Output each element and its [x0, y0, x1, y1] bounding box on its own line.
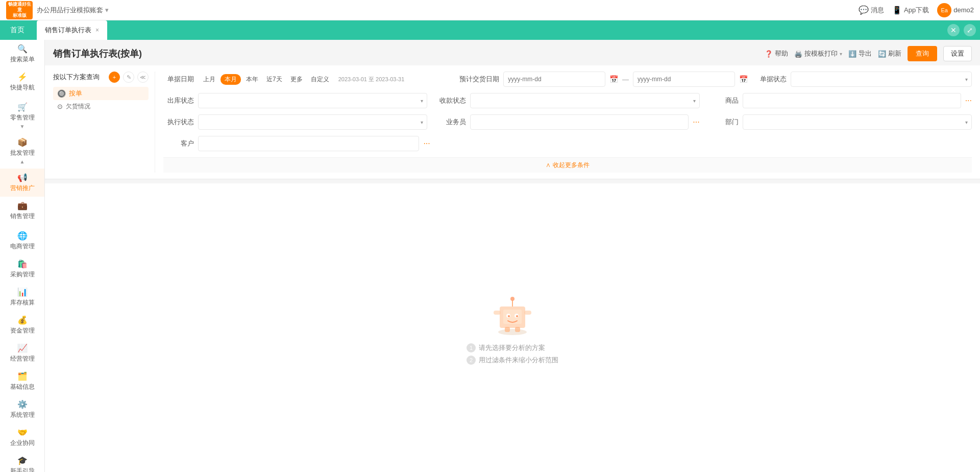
tab-close-icon[interactable]: ×: [95, 27, 99, 34]
add-plan-button[interactable]: +: [109, 72, 120, 83]
calendar-icon-1[interactable]: 📅: [609, 75, 618, 83]
date-tab-本年[interactable]: 本年: [243, 74, 261, 85]
message-icon: 💬: [859, 5, 869, 15]
svg-rect-12: [515, 327, 520, 332]
salesperson-input[interactable]: [470, 114, 689, 130]
quick-nav-icon: ⚡: [17, 72, 28, 82]
estimated-delivery-end[interactable]: [633, 72, 735, 87]
product-input[interactable]: [743, 93, 961, 108]
svg-rect-2: [503, 310, 522, 324]
inventory-icon: 📊: [17, 287, 28, 297]
filter-plan-sub-欠货[interactable]: ⊙ 欠货情况: [53, 100, 149, 113]
app-dropdown-icon[interactable]: ▾: [105, 6, 109, 14]
plan-icon: 🔘: [57, 89, 66, 98]
system-icon: ⚙️: [17, 399, 28, 409]
sidebar-item-base[interactable]: 🗂️ 基础信息: [0, 367, 44, 395]
date-separator: —: [622, 76, 629, 83]
payment-select-wrap: ▾: [470, 93, 699, 108]
collapse-text: 收起更多条件: [553, 161, 590, 169]
salesperson-more-icon[interactable]: ···: [693, 117, 699, 127]
date-tab-更多[interactable]: 更多: [287, 74, 306, 85]
filter-row-1: 单据日期 上月 本月 本年 近7天 更多 自定义 2023-03-01 至 20…: [163, 72, 972, 87]
sidebar-item-corp[interactable]: 🤝 企业协同: [0, 423, 44, 452]
purchase-icon: 🛍️: [17, 259, 28, 269]
date-tab-上月[interactable]: 上月: [200, 74, 218, 85]
svg-rect-10: [524, 311, 531, 315]
tab-home-label: 首页: [10, 26, 24, 35]
tab-sales-exec[interactable]: 销售订单执行表 ×: [37, 20, 107, 40]
collapse-sidebar-button[interactable]: ≪: [137, 72, 149, 83]
filter-sidebar-title: 按以下方案查询 + ✎ ≪: [53, 72, 149, 83]
sidebar-item-label: 营销推广: [10, 184, 35, 193]
product-more-icon[interactable]: ···: [965, 96, 972, 105]
add-plan-icon: +: [113, 74, 116, 80]
empty-tip-2: 2 用过滤条件来缩小分析范围: [467, 356, 558, 365]
filter-sidebar-title-text: 按以下方案查询: [53, 73, 100, 82]
retail-icon: 🛒: [17, 102, 28, 112]
tab-home[interactable]: 首页: [0, 20, 35, 40]
date-tab-本月[interactable]: 本月: [220, 74, 241, 85]
empty-illustration: [489, 291, 535, 337]
search-button[interactable]: 查询: [908, 46, 937, 61]
help-button[interactable]: ❓ 帮助: [765, 49, 788, 58]
date-tab-近7天[interactable]: 近7天: [263, 74, 285, 85]
dept-select-wrap: ▾: [743, 114, 972, 130]
sidebar-item-search[interactable]: 🔍 搜索菜单: [0, 40, 44, 68]
sidebar-item-operation[interactable]: 📈 经营管理: [0, 339, 44, 367]
plan-sub-icon: ⊙: [57, 103, 63, 110]
refresh-label: 刷新: [888, 49, 901, 58]
customer-input[interactable]: [198, 136, 419, 151]
status-select-wrap: ▾: [791, 72, 972, 87]
sidebar-item-sales[interactable]: 💼 销售管理: [0, 197, 44, 225]
sidebar-item-label: 采购管理: [10, 270, 35, 279]
dept-select[interactable]: [743, 114, 972, 130]
page-header: 销售订单执行表(按单) ❓ 帮助 🖨️ 按模板打印 ▾ ⬇️ 导出 🔄 刷新: [45, 40, 980, 65]
tab-expand-window[interactable]: ⤢: [964, 24, 976, 36]
sidebar-item-retail[interactable]: 🛒 零售管理 ▼: [0, 98, 44, 133]
sidebar-item-purchase[interactable]: 🛍️ 采购管理: [0, 255, 44, 283]
date-label: 单据日期: [163, 75, 194, 84]
customer-group: 客户 ···: [163, 136, 430, 151]
svg-rect-9: [494, 311, 501, 315]
refresh-button[interactable]: 🔄 刷新: [878, 49, 901, 58]
payment-status-label: 收款状态: [435, 96, 466, 105]
customer-more-icon[interactable]: ···: [423, 139, 430, 148]
exec-status-select[interactable]: [198, 114, 427, 130]
sidebar-item-ecommerce[interactable]: 🌐 电商管理: [0, 227, 44, 255]
filter-plan-item-按单[interactable]: 🔘 按单: [53, 87, 149, 100]
collapse-arrow-icon: ∧: [546, 161, 551, 169]
estimated-delivery-start[interactable]: [503, 72, 605, 87]
sidebar-item-finance[interactable]: 💰 资金管理: [0, 311, 44, 339]
sidebar-item-marketing[interactable]: 📢 营销推广: [0, 169, 44, 197]
print-button[interactable]: 🖨️ 按模板打印 ▾: [794, 49, 842, 58]
tip-num-1: 1: [467, 343, 476, 352]
top-bar-right: 💬 消息 📱 App下载 Ea demo2: [859, 3, 974, 17]
status-label: 单据状态: [756, 75, 787, 84]
settings-button[interactable]: 设置: [943, 46, 972, 61]
message-button[interactable]: 💬 消息: [859, 5, 884, 15]
app-download-button[interactable]: 📱 App下载: [892, 6, 929, 15]
help-label: 帮助: [775, 49, 788, 58]
sidebar-item-inventory[interactable]: 📊 库存核算: [0, 283, 44, 311]
user-menu[interactable]: Ea demo2: [937, 3, 974, 17]
filter-row-4: 客户 ···: [163, 136, 972, 151]
sidebar-item-wholesale[interactable]: 📦 批发管理 ▲: [0, 133, 44, 169]
payment-status-select[interactable]: [470, 93, 699, 108]
collapse-sidebar-icon: ≪: [140, 74, 146, 81]
status-select[interactable]: [791, 72, 972, 87]
main-layout: 🔍 搜索菜单 ⚡ 快捷导航 🛒 零售管理 ▼ 📦 批发管理 ▲ 📢 营销推广 💼…: [0, 40, 980, 472]
calendar-icon-2[interactable]: 📅: [739, 75, 748, 83]
tab-close-window[interactable]: ✕: [947, 24, 960, 36]
delivery-status-select[interactable]: [198, 93, 427, 108]
message-label: 消息: [871, 6, 884, 15]
edit-plan-button[interactable]: ✎: [123, 72, 134, 83]
base-icon: 🗂️: [17, 371, 28, 381]
sidebar-item-newbie[interactable]: 🎓 新手引导: [0, 452, 44, 472]
salesperson-label: 业务员: [435, 117, 466, 127]
export-button[interactable]: ⬇️ 导出: [848, 49, 872, 58]
page-title: 销售订单执行表(按单): [53, 48, 142, 60]
date-tab-自定义[interactable]: 自定义: [308, 74, 332, 85]
collapse-bar[interactable]: ∧ 收起更多条件: [163, 157, 972, 173]
sidebar-item-quick[interactable]: ⚡ 快捷导航: [0, 68, 44, 96]
sidebar-item-system[interactable]: ⚙️ 系统管理: [0, 395, 44, 423]
